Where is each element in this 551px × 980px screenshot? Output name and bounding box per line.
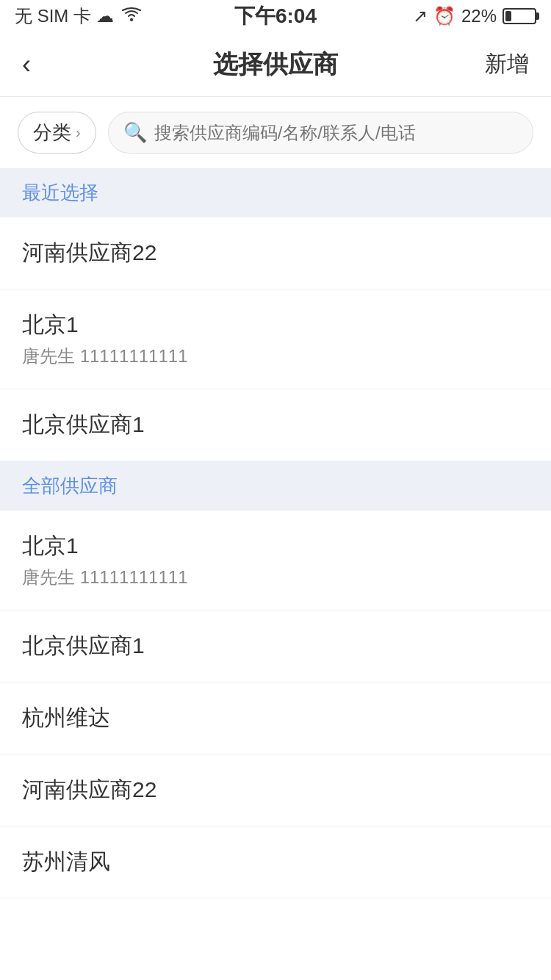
category-filter-button[interactable]: 分类 › bbox=[18, 112, 96, 154]
item-name: 北京供应商1 bbox=[22, 631, 529, 661]
battery-pct: 22% bbox=[461, 6, 497, 26]
back-button[interactable]: ‹ bbox=[22, 49, 66, 80]
status-bar: 无 SIM 卡 ☁ 下午6:04 ↗ ⏰ 22% bbox=[0, 0, 551, 32]
sections-container: 最近选择河南供应商22北京1唐先生 11111111111北京供应商1全部供应商… bbox=[0, 168, 551, 898]
status-time: 下午6:04 bbox=[234, 2, 317, 30]
item-name: 北京1 bbox=[22, 310, 529, 340]
list-item[interactable]: 苏州清风 bbox=[0, 826, 551, 898]
list-item[interactable]: 河南供应商22 bbox=[0, 754, 551, 826]
item-name: 杭州维达 bbox=[22, 703, 529, 733]
list-item[interactable]: 北京1唐先生 11111111111 bbox=[0, 289, 551, 389]
alarm-icon: ⏰ bbox=[433, 6, 455, 26]
section-header-0: 最近选择 bbox=[0, 168, 551, 217]
item-name: 河南供应商22 bbox=[22, 238, 529, 268]
battery-icon bbox=[503, 8, 536, 24]
chevron-right-icon: › bbox=[76, 124, 81, 141]
item-name: 苏州清风 bbox=[22, 847, 529, 877]
wifi-icon bbox=[121, 6, 142, 26]
page-title: 选择供应商 bbox=[213, 48, 338, 82]
list-item[interactable]: 北京供应商1 bbox=[0, 610, 551, 682]
list-item[interactable]: 河南供应商22 bbox=[0, 217, 551, 289]
status-right: ↗ ⏰ 22% bbox=[413, 6, 536, 26]
item-name: 北京1 bbox=[22, 531, 529, 561]
list-item[interactable]: 北京供应商1 bbox=[0, 389, 551, 461]
nav-bar: ‹ 选择供应商 新增 bbox=[0, 32, 551, 97]
location-icon: ↗ bbox=[413, 6, 428, 26]
add-button[interactable]: 新增 bbox=[485, 49, 529, 79]
item-sub: 唐先生 11111111111 bbox=[22, 566, 529, 589]
svg-point-0 bbox=[130, 18, 133, 21]
list-item[interactable]: 杭州维达 bbox=[0, 682, 551, 754]
list-item[interactable]: 北京1唐先生 11111111111 bbox=[0, 511, 551, 610]
item-sub: 唐先生 11111111111 bbox=[22, 345, 529, 368]
search-area: 分类 › 🔍 bbox=[0, 97, 551, 168]
section-header-1: 全部供应商 bbox=[0, 461, 551, 511]
item-name: 北京供应商1 bbox=[22, 410, 529, 440]
item-name: 河南供应商22 bbox=[22, 775, 529, 805]
search-box[interactable]: 🔍 bbox=[108, 112, 533, 154]
status-left: 无 SIM 卡 ☁ bbox=[15, 4, 142, 28]
sim-label: 无 SIM 卡 ☁ bbox=[15, 4, 114, 28]
category-label: 分类 bbox=[33, 120, 71, 145]
search-icon: 🔍 bbox=[123, 121, 147, 144]
search-input[interactable] bbox=[154, 123, 518, 143]
